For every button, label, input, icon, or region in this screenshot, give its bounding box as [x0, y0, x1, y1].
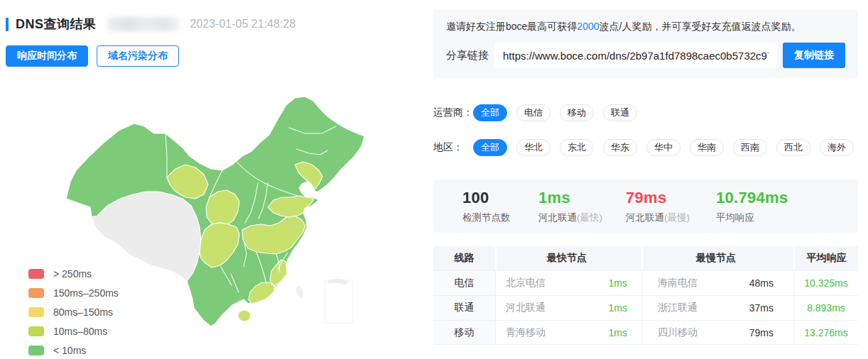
table-row-移动: 移动青海移动1ms四川移动79ms13.276ms	[433, 320, 858, 345]
fast-node-name: 北京电信	[506, 277, 546, 289]
cell-line: 联通	[433, 296, 495, 320]
table-header-最慢节点: 最慢节点	[641, 246, 793, 270]
legend-item: 80ms–150ms	[28, 305, 119, 319]
legend-item: > 250ms	[28, 267, 119, 281]
fast-node-name: 青海移动	[506, 326, 546, 339]
legend-item: < 10ms	[28, 343, 119, 358]
stat-value: 10.794ms	[716, 189, 788, 207]
query-timestamp: 2023-01-05 21:48:28	[190, 18, 296, 31]
operator-pill-全部[interactable]: 全部	[473, 104, 507, 121]
cell-slowest-node: 浙江联通37ms	[641, 296, 793, 320]
view-tabs: 响应时间分布域名污染分布	[6, 45, 179, 67]
operator-pills: 全部电信移动联通	[473, 104, 637, 121]
region-pill-全部[interactable]: 全部	[473, 139, 507, 156]
invite-text: 邀请好友注册boce最高可获得2000波点/人奖励，并可享受好友充值返波点奖励。	[446, 21, 801, 33]
cell-average-response: 10.325ms	[793, 271, 858, 295]
legend-swatch	[28, 326, 44, 336]
copy-link-button[interactable]: 复制链接	[783, 43, 845, 68]
fast-node-value: 1ms	[609, 302, 627, 314]
stat-label: 河北联通(最慢)	[626, 211, 690, 224]
table-header-线路: 线路	[433, 246, 495, 270]
region-pill-西北[interactable]: 西北	[776, 139, 810, 156]
slow-node-name: 四川移动	[658, 326, 698, 339]
operator-pill-联通[interactable]: 联通	[603, 104, 637, 121]
taiwan-island	[295, 285, 305, 299]
slow-node-value: 79ms	[749, 327, 774, 338]
fast-node-value: 1ms	[609, 277, 627, 289]
region-filter-label: 地区：	[433, 141, 473, 154]
stat-平均响应: 10.794ms平均响应	[716, 189, 788, 224]
results-table: 线路最快节点最慢节点平均响应 电信北京电信1ms海南电信48ms10.325ms…	[433, 246, 858, 345]
legend-label: > 250ms	[53, 268, 92, 280]
invite-suffix: 波点/人奖励，并可享受好友充值返波点奖励。	[600, 21, 801, 32]
legend-swatch	[28, 307, 44, 317]
stat-检测节点数: 100检测节点数	[462, 189, 511, 224]
operator-filter-row: 运营商： 全部电信移动联通	[433, 104, 637, 121]
cell-average-response: 8.893ms	[793, 296, 858, 320]
legend-label: 10ms–80ms	[53, 326, 107, 337]
region-pill-华中[interactable]: 华中	[646, 139, 680, 156]
dns-result-page: DNS查询结果 2023-01-05 21:48:28 响应时间分布域名污染分布	[0, 0, 868, 359]
fast-node-value: 1ms	[609, 327, 627, 338]
results-table-body: 电信北京电信1ms海南电信48ms10.325ms联通河北联通1ms浙江联通37…	[433, 270, 858, 345]
stat-河北联通: 1ms河北联通(最快)	[538, 189, 602, 224]
cell-line: 移动	[433, 321, 495, 344]
legend-label: < 10ms	[53, 345, 86, 356]
stat-value: 1ms	[538, 189, 602, 207]
region-pill-西南[interactable]: 西南	[733, 139, 767, 156]
table-header-最快节点: 最快节点	[495, 246, 641, 270]
region-pill-华北[interactable]: 华北	[516, 139, 550, 156]
results-table-header: 线路最快节点最慢节点平均响应	[433, 246, 858, 270]
legend-swatch	[28, 288, 44, 298]
operator-pill-电信[interactable]: 电信	[516, 104, 550, 121]
legend-item: 150ms–250ms	[28, 286, 119, 300]
map-legend: > 250ms150ms–250ms80ms–150ms10ms–80ms< 1…	[28, 267, 119, 359]
legend-swatch	[28, 269, 44, 279]
cell-line: 电信	[433, 271, 495, 295]
share-row: 分享链接 复制链接	[446, 43, 845, 68]
stat-label: 检测节点数	[462, 211, 511, 224]
operator-pill-移动[interactable]: 移动	[560, 104, 594, 121]
stat-value: 100	[462, 189, 511, 207]
blurred-domain-name	[108, 17, 179, 31]
hainan-island	[238, 310, 251, 321]
slow-node-value: 37ms	[749, 302, 774, 314]
region-pill-华东[interactable]: 华东	[603, 139, 637, 156]
region-pill-海外[interactable]: 海外	[820, 139, 854, 156]
table-row-电信: 电信北京电信1ms海南电信48ms10.325ms	[433, 270, 858, 295]
cell-fastest-node: 北京电信1ms	[495, 271, 641, 295]
region-pill-华南[interactable]: 华南	[690, 139, 724, 156]
tab-域名污染分布[interactable]: 域名污染分布	[97, 45, 179, 67]
share-link-input[interactable]	[494, 43, 777, 68]
tab-响应时间分布[interactable]: 响应时间分布	[6, 45, 88, 67]
title-accent-bar	[6, 18, 9, 31]
legend-item: 10ms–80ms	[28, 324, 119, 338]
invite-prefix: 邀请好友注册boce最高可获得	[446, 21, 577, 32]
page-header: DNS查询结果 2023-01-05 21:48:28	[6, 16, 295, 33]
region-filter-row: 地区： 全部华北东北华东华中华南西南西北海外	[433, 139, 854, 156]
stat-河北联通: 79ms河北联通(最慢)	[626, 189, 690, 224]
region-pills: 全部华北东北华东华中华南西南西北海外	[473, 139, 854, 156]
legend-swatch	[28, 346, 44, 355]
cell-slowest-node: 四川移动79ms	[641, 321, 793, 344]
legend-label: 80ms–150ms	[53, 306, 113, 318]
invite-share-card: 邀请好友注册boce最高可获得2000波点/人奖励，并可享受好友充值返波点奖励。…	[433, 10, 858, 78]
region-pill-东北[interactable]: 东北	[560, 139, 594, 156]
table-header-平均响应: 平均响应	[793, 246, 858, 270]
cell-average-response: 13.276ms	[793, 321, 858, 344]
stat-label: 河北联通(最快)	[538, 211, 602, 224]
cell-fastest-node: 青海移动1ms	[495, 321, 641, 344]
invite-points-highlight: 2000	[577, 21, 599, 32]
slow-node-value: 48ms	[749, 277, 774, 289]
stat-label: 平均响应	[716, 211, 788, 224]
legend-label: 150ms–250ms	[53, 287, 119, 299]
operator-filter-label: 运营商：	[433, 106, 473, 119]
stat-value: 79ms	[626, 189, 690, 207]
fast-node-name: 河北联通	[506, 302, 546, 314]
slow-node-name: 海南电信	[658, 277, 698, 289]
summary-stats-card: 100检测节点数1ms河北联通(最快)79ms河北联通(最慢)10.794ms平…	[433, 180, 858, 233]
cell-fastest-node: 河北联通1ms	[495, 296, 641, 320]
table-row-联通: 联通河北联通1ms浙江联通37ms8.893ms	[433, 295, 858, 320]
south-china-sea-inset	[325, 279, 353, 323]
cell-slowest-node: 海南电信48ms	[641, 271, 793, 295]
